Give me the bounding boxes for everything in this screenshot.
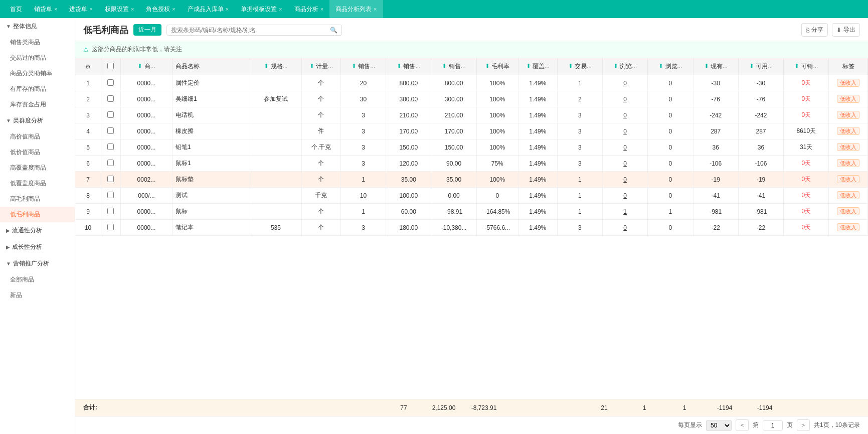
page-label-pre: 第 xyxy=(753,421,759,429)
sidebar-item-high-margin[interactable]: 高毛利商品 xyxy=(0,191,75,207)
row-checkbox[interactable] xyxy=(107,176,114,182)
cell-gross-rate: 100% xyxy=(476,123,518,139)
close-icon[interactable]: × xyxy=(374,6,377,12)
sidebar-group-cluster[interactable]: ▼ 类群度分析 xyxy=(0,112,75,129)
nav-product-analysis[interactable]: 商品分析 × xyxy=(288,0,329,18)
cell-check[interactable] xyxy=(101,156,121,172)
filter-recent-month-button[interactable]: 近一月 xyxy=(133,24,161,36)
sidebar: ▼ 整体信息 销售类商品 交易过的商品 商品分类助销率 有库存的商品 库存资金占… xyxy=(0,18,75,434)
cell-view1[interactable]: 0 xyxy=(602,139,647,156)
cell-sales-price: 180.00 xyxy=(386,220,431,236)
cell-view1[interactable]: 0 xyxy=(602,156,647,172)
cell-saleable: 8610天 xyxy=(784,123,829,139)
sidebar-item-low-value[interactable]: 低价值商品 xyxy=(0,144,75,160)
row-checkbox[interactable] xyxy=(107,111,114,118)
cell-check[interactable] xyxy=(101,139,121,156)
share-button[interactable]: ⎘ 分享 xyxy=(801,23,828,37)
row-checkbox[interactable] xyxy=(107,208,114,214)
sidebar-item-traded-products[interactable]: 交易过的商品 xyxy=(0,50,75,66)
cell-gross-rate: 100% xyxy=(476,75,518,91)
cell-coverage: 1.49% xyxy=(518,123,557,139)
sidebar-item-high-coverage[interactable]: 高覆盖度商品 xyxy=(0,160,75,176)
cell-name: 吴细细1 xyxy=(172,91,250,107)
sidebar-item-high-value[interactable]: 高价值商品 xyxy=(0,129,75,144)
search-icon[interactable]: 🔍 xyxy=(330,27,337,34)
row-checkbox[interactable] xyxy=(107,79,114,86)
th-settings[interactable]: ⚙ xyxy=(75,58,101,75)
table-row: 2 0000... 吴细细1 参加复试 个 30 300.00 300.00 1… xyxy=(75,91,868,107)
cell-current: -30 xyxy=(693,75,738,91)
row-checkbox[interactable] xyxy=(107,160,114,166)
nav-purchase-order[interactable]: 进货单 × xyxy=(63,0,98,18)
nav-role-auth[interactable]: 角色授权 × xyxy=(140,0,181,18)
sidebar-item-new-products[interactable]: 新品 xyxy=(0,287,75,303)
close-icon[interactable]: × xyxy=(226,6,229,12)
nav-permission[interactable]: 权限设置 × xyxy=(99,0,140,18)
cell-gross-rate: 75% xyxy=(476,156,518,172)
nav-home[interactable]: 首页 xyxy=(4,0,28,18)
content-header: 低毛利商品 近一月 🔍 ⎘ 分享 ⬇ 导出 xyxy=(75,18,868,41)
cell-check[interactable] xyxy=(101,188,121,204)
cell-view1[interactable]: 0 xyxy=(602,123,647,139)
per-page-select[interactable]: 50 20 100 xyxy=(706,420,732,431)
data-table: ⚙ ⬆ 商... 商品名称 ⬆ 规格... ⬆ 计量. xyxy=(75,58,868,236)
export-button[interactable]: ⬇ 导出 xyxy=(832,23,860,37)
cell-view1[interactable]: 0 xyxy=(602,188,647,204)
cell-view1[interactable]: 0 xyxy=(602,91,647,107)
close-icon[interactable]: × xyxy=(172,6,175,12)
cell-view1[interactable]: 0 xyxy=(602,75,647,91)
sidebar-group-marketing[interactable]: ▼ 营销推广分析 xyxy=(0,255,75,272)
cell-view1[interactable]: 0 xyxy=(602,172,647,188)
row-checkbox[interactable] xyxy=(107,127,114,134)
cell-view1[interactable]: 1 xyxy=(602,204,647,220)
next-page-button[interactable]: ＞ xyxy=(797,419,810,431)
cell-num: 3 xyxy=(75,107,101,123)
cell-check[interactable] xyxy=(101,220,121,236)
footer-view2: 1 xyxy=(669,404,700,411)
nav-product-inbound[interactable]: 产成品入库单 × xyxy=(182,0,235,18)
cell-check[interactable] xyxy=(101,91,121,107)
select-all-checkbox[interactable] xyxy=(107,63,114,69)
cell-code: 0000... xyxy=(120,75,172,91)
close-icon[interactable]: × xyxy=(279,6,282,12)
cell-name: 测试 xyxy=(172,188,250,204)
sidebar-group-circulation[interactable]: ▶ 流通性分析 xyxy=(0,222,75,239)
sidebar-item-low-margin[interactable]: 低毛利商品 xyxy=(0,207,75,222)
sidebar-group-growth[interactable]: ▶ 成长性分析 xyxy=(0,239,75,255)
cell-sales-price: 120.00 xyxy=(386,156,431,172)
cell-tag: 低收入 xyxy=(829,139,868,156)
row-checkbox[interactable] xyxy=(107,95,114,102)
cell-check[interactable] xyxy=(101,204,121,220)
sidebar-group-overall[interactable]: ▼ 整体信息 xyxy=(0,18,75,35)
close-icon[interactable]: × xyxy=(320,6,323,12)
cell-check[interactable] xyxy=(101,172,121,188)
cell-available: -30 xyxy=(738,75,783,91)
cell-name: 鼠标垫 xyxy=(172,172,250,188)
row-checkbox[interactable] xyxy=(107,224,114,230)
cell-view1[interactable]: 0 xyxy=(602,107,647,123)
cell-check[interactable] xyxy=(101,107,121,123)
cell-coverage: 1.49% xyxy=(518,188,557,204)
sidebar-item-all-products[interactable]: 全部商品 xyxy=(0,272,75,287)
sidebar-item-low-coverage[interactable]: 低覆盖度商品 xyxy=(0,176,75,191)
row-checkbox[interactable] xyxy=(107,143,114,150)
cell-check[interactable] xyxy=(101,75,121,91)
cell-sales-price: 300.00 xyxy=(386,91,431,107)
cell-check[interactable] xyxy=(101,123,121,139)
sidebar-item-category-assist[interactable]: 商品分类助销率 xyxy=(0,66,75,81)
search-input[interactable] xyxy=(171,27,330,34)
close-icon[interactable]: × xyxy=(131,6,134,12)
settings-icon[interactable]: ⚙ xyxy=(85,63,91,70)
cell-view1[interactable]: 0 xyxy=(602,220,647,236)
nav-product-analysis-list[interactable]: 商品分析列表 × xyxy=(329,0,383,18)
current-page-input[interactable] xyxy=(763,420,783,430)
sidebar-item-stocked-products[interactable]: 有库存的商品 xyxy=(0,81,75,97)
nav-sales-order[interactable]: 销货单 × xyxy=(28,0,63,18)
sidebar-item-sales-products[interactable]: 销售类商品 xyxy=(0,35,75,50)
nav-template-settings[interactable]: 单据模板设置 × xyxy=(235,0,288,18)
close-icon[interactable]: × xyxy=(89,6,92,12)
prev-page-button[interactable]: ＜ xyxy=(736,419,749,431)
close-icon[interactable]: × xyxy=(54,6,57,12)
row-checkbox[interactable] xyxy=(107,192,114,198)
sidebar-item-stock-funds[interactable]: 库存资金占用 xyxy=(0,97,75,112)
